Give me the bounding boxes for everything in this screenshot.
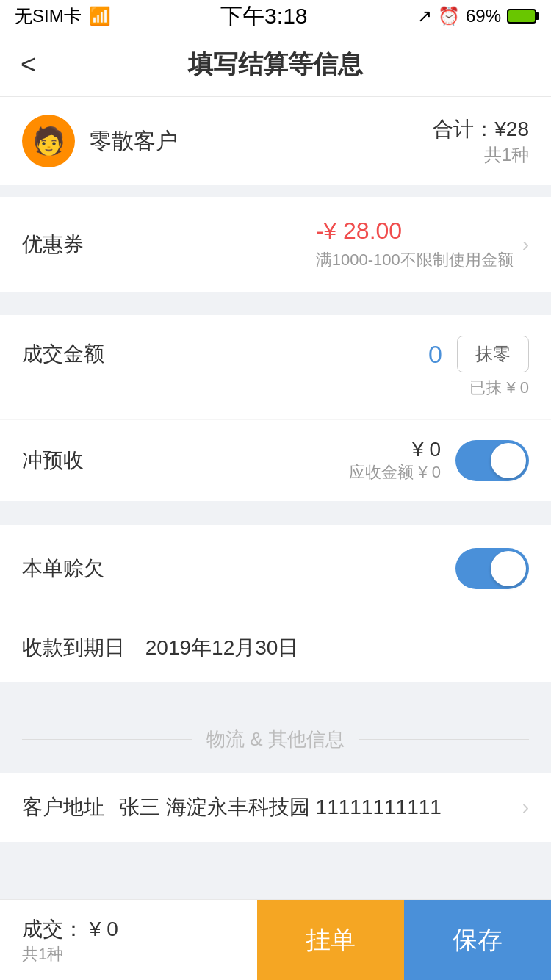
status-right: ↗ ⏰ 69% <box>417 6 536 26</box>
round-button[interactable]: 抹零 <box>457 336 529 372</box>
status-left: 无SIM卡 📶 <box>15 4 111 28</box>
total-amount: 合计：¥28 <box>433 115 529 143</box>
due-label: 收款到期日 <box>22 636 125 659</box>
address-row[interactable]: 客户地址 张三 海淀永丰科技园 11111111111 › <box>0 773 551 842</box>
prepayment-amount: ¥ 0 <box>84 438 441 461</box>
bottom-info: 成交： ¥ 0 共1种 <box>0 915 257 965</box>
coupon-chevron: › <box>522 233 529 256</box>
customer-name: 零散客户 <box>90 126 178 156</box>
customer-left: 🧑 零散客户 <box>22 115 178 167</box>
address-value: 张三 海淀永丰科技园 11111111111 <box>119 793 442 821</box>
separator-3 <box>0 694 551 706</box>
content: 🧑 零散客户 合计：¥28 共1种 优惠券 -¥ 28.00 满1000-100… <box>0 97 551 980</box>
alarm-icon: ⏰ <box>438 6 460 26</box>
status-time: 下午3:18 <box>220 1 307 32</box>
coupon-discount: -¥ 28.00 <box>316 217 514 245</box>
avatar-icon: 🧑 <box>32 126 65 156</box>
coupon-section: 优惠券 -¥ 28.00 满1000-100不限制使用金额 › <box>0 197 551 292</box>
customer-section: 🧑 零散客户 合计：¥28 共1种 <box>0 97 551 185</box>
credit-section: 本单赊欠 收款到期日 2019年12月30日 <box>0 525 551 682</box>
separator-2 <box>0 513 551 525</box>
due-date-row: 收款到期日 2019年12月30日 <box>0 613 551 682</box>
coupon-label: 优惠券 <box>22 231 84 259</box>
customer-total: 合计：¥28 共1种 <box>433 115 529 167</box>
bottom-bar: 成交： ¥ 0 共1种 挂单 保存 <box>0 899 551 980</box>
due-date-value: 2019年12月30日 <box>145 636 299 659</box>
prepayment-sub: 应收金额 ¥ 0 <box>84 461 441 483</box>
prepayment-label: 冲预收 <box>22 447 84 475</box>
coupon-row[interactable]: 优惠券 -¥ 28.00 满1000-100不限制使用金额 › <box>0 197 551 292</box>
location-icon: ↗ <box>417 6 432 26</box>
coupon-right: -¥ 28.00 满1000-100不限制使用金额 › <box>316 217 529 271</box>
page-title: 填写结算等信息 <box>188 48 363 82</box>
save-button[interactable]: 保存 <box>404 900 551 981</box>
status-bar: 无SIM卡 📶 下午3:18 ↗ ⏰ 69% <box>0 0 551 32</box>
credit-toggle[interactable] <box>455 548 529 589</box>
separator-1 <box>0 303 551 315</box>
customer-avatar: 🧑 <box>22 115 75 167</box>
back-button[interactable]: < <box>21 49 36 80</box>
total-count: 共1种 <box>433 143 529 167</box>
address-label: 客户地址 <box>22 793 104 821</box>
bottom-deal-amount: ¥ 0 <box>90 918 118 940</box>
signal-text: 无SIM卡 <box>15 4 82 28</box>
logistics-header-text: 物流 & 其他信息 <box>206 727 345 752</box>
deal-sub: 已抹 ¥ 0 <box>22 377 529 399</box>
hold-button[interactable]: 挂单 <box>257 900 404 981</box>
address-left: 客户地址 张三 海淀永丰科技园 11111111111 <box>22 793 442 821</box>
prepayment-middle: ¥ 0 应收金额 ¥ 0 <box>84 438 441 483</box>
battery-icon <box>507 9 536 24</box>
bottom-count: 共1种 <box>22 943 257 965</box>
bottom-deal-text: 成交： ¥ 0 <box>22 915 257 943</box>
address-chevron: › <box>522 796 529 819</box>
bottom-deal-label: 成交： <box>22 918 84 940</box>
battery-percent: 69% <box>466 6 501 26</box>
prepayment-toggle[interactable] <box>455 440 529 481</box>
transaction-section: 成交金额 0 抹零 已抹 ¥ 0 冲预收 ¥ 0 应收金额 ¥ 0 <box>0 315 551 501</box>
deal-amount-row: 成交金额 0 抹零 已抹 ¥ 0 <box>0 315 551 419</box>
credit-label: 本单赊欠 <box>22 555 104 583</box>
coupon-value-area: -¥ 28.00 满1000-100不限制使用金额 <box>316 217 514 271</box>
logistics-section: 物流 & 其他信息 <box>0 706 551 773</box>
credit-row: 本单赊欠 <box>0 525 551 613</box>
deal-label: 成交金额 <box>22 340 104 368</box>
prepayment-row: 冲预收 ¥ 0 应收金额 ¥ 0 <box>0 420 551 501</box>
deal-value[interactable]: 0 <box>428 340 442 369</box>
wifi-icon: 📶 <box>89 6 111 26</box>
nav-bar: < 填写结算等信息 <box>0 32 551 97</box>
coupon-desc: 满1000-100不限制使用金额 <box>316 249 514 271</box>
